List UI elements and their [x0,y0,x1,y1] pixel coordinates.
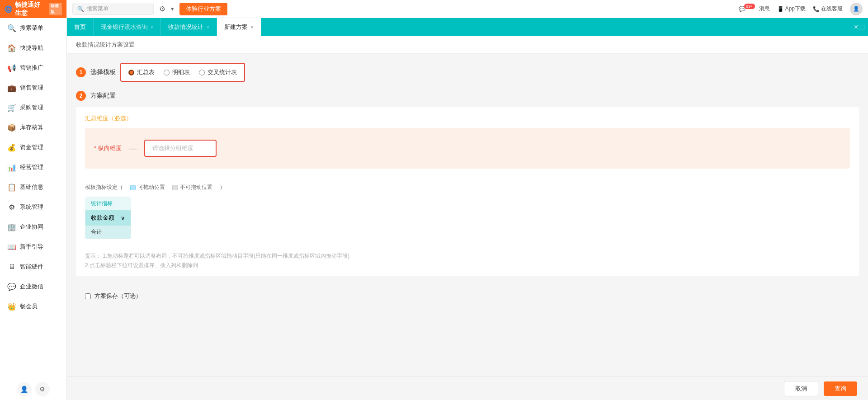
sidebar-item-label: 企业微信 [20,282,43,291]
settings-icon[interactable]: ⚙ [159,5,165,13]
app-name: 畅捷通好生意 [15,1,47,17]
maximize-icon[interactable]: □ [860,23,864,31]
tab-label: 现金银行流水查询 [101,23,148,31]
radio-detail[interactable]: 明细表 [164,68,190,76]
metrics-table: 统计指标 收款金额 ∨ 合计 [85,197,131,239]
sidebar-item-hardware[interactable]: 🖥 智能硬件 [0,257,66,277]
search-menu-icon: 🔍 [7,24,16,33]
download-icon: 📱 [777,6,784,12]
sidebar-item-label: 新手引导 [20,243,43,251]
dimension-label-text: 汇总维度（必选） [85,115,132,122]
dim-placeholder: 请选择分组维度 [152,145,193,151]
sidebar-item-wechat[interactable]: 💬 企业微信 [0,277,66,296]
management-icon: 📊 [7,163,16,172]
logo-icon: 🌀 [5,5,12,13]
sidebar-item-marketing[interactable]: 📢 营销推广 [0,58,66,78]
query-button[interactable]: 查询 [824,381,857,396]
radio-summary-label: 汇总表 [137,68,155,76]
metrics-section: 模板指标设定（ 可拖动位置 不可拖动位置 ） [76,176,859,248]
tab-home[interactable]: 首页 [67,18,94,36]
sidebar-item-basic-info[interactable]: 📋 基础信息 [0,177,66,197]
sidebar-settings-icon[interactable]: ⚙ [35,382,50,396]
sidebar-item-system[interactable]: ⚙ 系统管理 [0,197,66,217]
notification-btn[interactable]: 💬 99+ 消息 [739,5,769,13]
step2-title: 方案配置 [90,92,116,100]
dim-select-box[interactable]: 请选择分组维度 [144,140,217,157]
hint-2: 2.点击标题栏下拉可设置排序、插入列和删除列 [85,262,850,269]
tab-new-plan[interactable]: 新建方案 × [217,18,261,36]
support-btn[interactable]: 📞 在线客服 [813,5,843,13]
fixed-box [172,185,178,190]
save-checkbox[interactable] [85,293,91,299]
basic-info-icon: 📋 [7,183,16,192]
dim-row-label: * 纵向维度 [94,144,122,152]
close-icon[interactable]: × [250,24,253,30]
tab-label: 收款情况统计 [168,23,203,31]
dim-row: * 纵向维度 — 请选择分组维度 [94,140,217,157]
sidebar-item-member[interactable]: 👑 畅会员 [0,296,66,316]
sidebar-item-purchase[interactable]: 🛒 采购管理 [0,98,66,118]
step2-section: 2 方案配置 汇总维度（必选） * 纵向维度 — [76,91,859,276]
sidebar-item-enterprise[interactable]: 🏢 企业协同 [0,217,66,237]
radio-detail-input[interactable] [164,70,170,75]
fixed-label: 不可拖动位置 [180,184,212,191]
download-btn[interactable]: 📱 App下载 [777,5,806,13]
sidebar-item-label: 经营管理 [20,163,43,171]
sidebar-item-search[interactable]: 🔍 搜索菜单 [0,18,66,38]
metrics-item-receipt[interactable]: 收款金额 ∨ [85,210,131,226]
guide-icon: 📖 [7,243,16,251]
member-icon: 👑 [7,302,16,311]
support-icon: 📞 [813,6,820,12]
sidebar-item-management[interactable]: 📊 经营管理 [0,157,66,177]
finance-icon: 💰 [7,143,16,152]
close-icon[interactable]: × [151,24,153,30]
close-icon[interactable]: × [206,24,209,30]
topbar-right: 💬 99+ 消息 📱 App下载 📞 在线客服 👤 [739,3,863,15]
sidebar-item-guide[interactable]: 📖 新手引导 [0,237,66,257]
metrics-label: 模板指标设定（ [85,184,123,191]
radio-summary[interactable]: 汇总表 [128,68,155,76]
sidebar-item-inventory[interactable]: 📦 库存核算 [0,118,66,137]
nav-tabs: 首页 现金银行流水查询 × 收款情况统计 × 新建方案 × × □ [67,18,868,36]
home-icon: 🏠 [7,44,16,52]
dim-arrow: — [129,144,137,153]
legend-close: ） [220,184,225,191]
close-window-icon[interactable]: × [854,23,858,31]
cancel-button[interactable]: 取消 [784,381,818,396]
radio-cross[interactable]: 交叉统计表 [199,68,237,76]
radio-summary-input[interactable] [128,70,134,75]
step2-header: 2 方案配置 [76,91,859,101]
metrics-item-chevron: ∨ [121,215,125,221]
notification-badge: 99+ [744,4,755,9]
hint-1: 提示： 1.拖动标题栏可以调整布局，不可跨维度或指标区域拖动目字段(只能在同一维… [85,252,850,260]
search-icon: 🔍 [77,6,84,12]
sidebar-user-icon[interactable]: 👤 [17,382,32,396]
sidebar-item-label: 快捷导航 [20,44,43,52]
sidebar-item-label: 营销推广 [20,64,43,72]
sidebar-item-finance[interactable]: 💰 资金管理 [0,137,66,157]
sidebar-item-sales[interactable]: 💼 销售管理 [0,78,66,98]
tab-cash-flow[interactable]: 现金银行流水查询 × [94,18,161,36]
step1-section: 1 选择模板 汇总表 明细表 交叉统计表 [76,63,859,82]
industry-btn[interactable]: 体验行业方案 [179,3,227,15]
sidebar-item-label: 基础信息 [20,183,43,191]
search-menu-bar[interactable]: 🔍 搜索菜单 [72,3,154,15]
hardware-icon: 🖥 [7,263,16,271]
topbar: 🔍 搜索菜单 ⚙ ▾ 体验行业方案 💬 99+ 消息 📱 App下载 📞 在线客… [67,0,868,18]
system-icon: ⚙ [7,203,16,212]
radio-cross-input[interactable] [199,70,205,75]
step2-number: 2 [76,91,86,101]
marketing-icon: 📢 [7,64,16,72]
step1-number: 1 [76,67,86,77]
search-placeholder: 搜索菜单 [87,5,108,13]
sidebar-item-label: 智能硬件 [20,263,43,271]
dropdown-icon[interactable]: ▾ [171,5,174,12]
legend-fixed: 不可拖动位置 [172,184,212,191]
user-avatar[interactable]: 👤 [850,3,863,15]
dimension-label: 汇总维度（必选） [85,114,850,122]
app-logo: 🌀 畅捷通好生意 标准版 [0,0,66,18]
metrics-category-header: 统计指标 [85,197,131,210]
sidebar-item-label: 销售管理 [20,84,43,92]
sidebar-item-nav[interactable]: 🏠 快捷导航 [0,38,66,58]
tab-receipt-stats[interactable]: 收款情况统计 × [161,18,217,36]
